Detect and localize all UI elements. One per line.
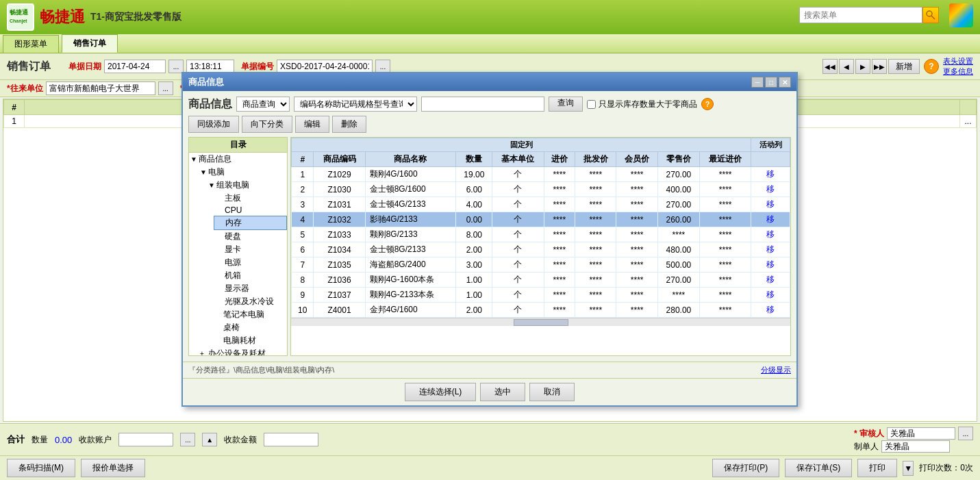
customer-input[interactable] [46,81,155,95]
qty-value: 0.00 [55,435,72,445]
print-count: 打印次数：0次 [919,462,973,474]
approver-row: * 审核人 ... [854,427,973,440]
row-add-btn[interactable]: ... [963,116,973,126]
tree-item-cpu[interactable]: CPU [214,205,287,216]
product-search-btn[interactable]: 查询 [549,97,583,112]
print-dropdown-btn[interactable]: ▼ [903,461,914,476]
help-button[interactable]: ? [924,59,939,74]
totals-row: 合计 数量 0.00 收款账户 ... ▲ 收款金额 * 审核人 ... 制单人 [0,423,980,455]
add-sub-btn[interactable]: 向下分类 [242,116,292,133]
nav-last-btn[interactable]: ▶▶ [872,59,887,74]
level-display-btn[interactable]: 分级显示 [761,365,791,375]
tree-item-computer[interactable]: ▼电脑 [197,166,287,179]
tab-sales-order[interactable]: 销售订单 [62,34,118,53]
tree-item-gpu[interactable]: 显卡 [214,243,287,256]
date-label: 单据日期 [68,61,101,73]
svg-text:Chanjet: Chanjet [10,18,27,24]
time-input[interactable] [186,60,234,73]
tree-sub-parts: 主板 CPU 内存 硬盘 显卡 电源 机箱 显示器 光驱及水冷设 [205,192,287,308]
customer-field: *往来单位 ... [7,81,173,95]
tree-item-psu[interactable]: 电源 [214,256,287,269]
product-table-row[interactable]: 5 Z1033 颗刚8G/2133 8.00 个 **** **** **** … [292,227,790,242]
product-table-row[interactable]: 7 Z1035 海盗船8G/2400 3.00 个 **** **** ****… [292,257,790,273]
tree-panel: 目录 ▼商品信息 ▼电脑 ▼组装电脑 主板 CPU 内存 硬盘 显卡 [188,137,288,356]
modal-path: 『分类路径』\商品信息\电脑\组装电脑\内存\ [188,365,334,375]
tree-item-memory[interactable]: 内存 [214,216,287,230]
col-action [751,152,790,167]
table-head-settings[interactable]: 表头设置 [943,56,973,66]
date-input[interactable] [104,60,166,73]
recv-account-btn2[interactable]: ▲ [202,433,217,446]
number-input[interactable] [277,60,373,73]
product-table-row[interactable]: 2 Z1030 金士顿8G/1600 6.00 个 **** **** ****… [292,182,790,197]
creator-input[interactable] [881,440,950,453]
customer-picker-btn[interactable]: ... [158,81,173,95]
cancel-btn[interactable]: 取消 [529,383,575,401]
tree-item-desk-chair[interactable]: 桌椅 [205,321,287,334]
product-info-modal: 商品信息 ─ □ ✕ 商品信息 商品查询 编码名称助记码规格型号查询 查询 只显… [181,72,798,407]
search-input[interactable] [799,7,922,23]
save-print-btn[interactable]: 保存打印(P) [712,459,779,477]
select-btn[interactable]: 选中 [480,383,525,401]
approver-input[interactable] [887,427,955,440]
product-table-row[interactable]: 3 Z1031 金士顿4G/2133 4.00 个 **** **** ****… [292,197,790,212]
zero-stock-label: 只显示库存数量大于零商品 [599,99,697,110]
tree-item-hdd[interactable]: 硬盘 [214,230,287,243]
tree-item-motherboard[interactable]: 主板 [214,192,287,205]
product-table-row[interactable]: 9 Z1037 颗刚4G-2133本条 1.00 个 **** **** ***… [292,288,790,303]
tabbar: 图形菜单 销售订单 [0,34,980,53]
product-table-row[interactable]: 6 Z1034 金士顿8G/2133 2.00 个 **** **** ****… [292,242,790,257]
product-table-row[interactable]: 10 Z4001 金邦4G/1600 2.00 个 **** **** ****… [292,303,790,318]
modal-close-btn[interactable]: ✕ [779,77,791,88]
product-table-row[interactable]: 8 Z1036 颗刚4G-1600本条 1.00 个 **** **** ***… [292,273,790,288]
tree-item-case[interactable]: 机箱 [214,269,287,282]
quote-select-btn[interactable]: 报价单选择 [81,459,145,477]
total-label: 合计 [7,433,25,446]
product-table-row[interactable]: 1 Z1029 颗刚4G/1600 19.00 个 **** **** ****… [292,167,790,182]
product-scrollbar-h[interactable] [291,318,790,326]
continuous-select-btn[interactable]: 连续选择(L) [405,383,477,401]
modal-content: 目录 ▼商品信息 ▼电脑 ▼组装电脑 主板 CPU 内存 硬盘 显卡 [188,137,791,356]
tree-item-monitor[interactable]: 显示器 [214,282,287,295]
search-type-select[interactable]: 商品查询 [236,97,290,112]
modal-titlebar: 商品信息 ─ □ ✕ [183,73,796,91]
barcode-scan-btn[interactable]: 条码扫描(M) [7,459,75,477]
add-same-level-btn[interactable]: 同级添加 [188,116,239,133]
date-picker-btn[interactable]: ... [168,60,184,73]
product-table-row[interactable]: 4 Z1032 影驰4G/2133 0.00 个 **** **** **** … [292,212,790,227]
tree-item-assembled-pc[interactable]: ▼组装电脑 [205,179,287,192]
tab-graphic-menu[interactable]: 图形菜单 [3,35,59,53]
recv-account-input[interactable] [118,433,173,446]
number-btn[interactable]: ... [375,60,390,73]
approver-area: * 审核人 ... 制单人 [854,427,973,453]
save-order-btn[interactable]: 保存订单(S) [785,459,852,477]
modal-minimize-btn[interactable]: ─ [751,77,764,88]
more-info-btn[interactable]: 更多信息 [943,66,973,77]
modal-maximize-btn[interactable]: □ [765,77,777,88]
tree-title: 目录 [189,138,287,153]
zero-stock-checkbox[interactable] [587,100,596,109]
product-search-input[interactable] [421,97,544,112]
print-btn[interactable]: 打印 [857,459,897,477]
search-field-select[interactable]: 编码名称助记码规格型号查询 [294,97,417,112]
tree-item-office[interactable]: +办公设备及耗材 [197,347,287,356]
col-header-fixed: 固定列 [292,138,751,152]
tree-item-optical[interactable]: 光驱及水冷设 [214,295,287,308]
tree-item-consumables[interactable]: 电脑耗材 [205,334,287,347]
search-button[interactable] [922,7,939,23]
nav-first-btn[interactable]: ◀◀ [822,59,838,74]
modal-help-btn[interactable]: ? [701,98,714,110]
new-button[interactable]: 新增 [888,59,920,74]
approver-btn[interactable]: ... [958,427,973,440]
modal-footer: 『分类路径』\商品信息\电脑\组装电脑\内存\ 分级显示 [183,362,796,378]
nav-prev-btn[interactable]: ◀ [839,59,854,74]
recv-amount-input[interactable] [264,433,318,446]
modal-body: 商品信息 商品查询 编码名称助记码规格型号查询 查询 只显示库存数量大于零商品 … [183,91,796,362]
col-member: 会员价 [616,152,657,167]
tree-item-laptop[interactable]: 笔记本电脑 [205,308,287,321]
delete-btn[interactable]: 删除 [332,116,366,133]
tree-item-product-info[interactable]: ▼商品信息 [189,153,287,166]
nav-next-btn[interactable]: ▶ [855,59,870,74]
edit-btn[interactable]: 编辑 [295,116,329,133]
recv-account-btn1[interactable]: ... [180,433,195,446]
